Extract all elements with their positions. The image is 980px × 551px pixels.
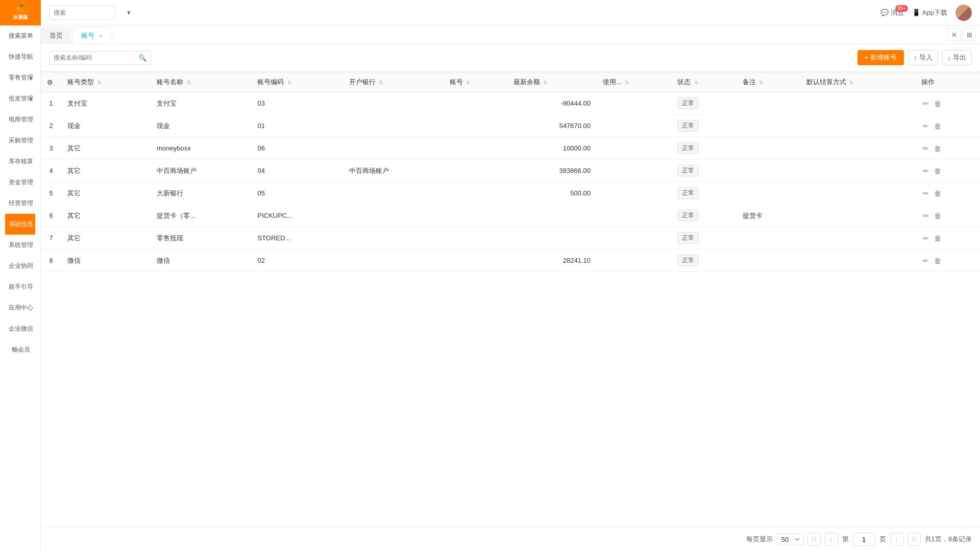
- cell-use: [597, 249, 671, 272]
- th-default-payment[interactable]: 默认结算方式 ⇅: [800, 72, 916, 92]
- cell-type: 支付宝: [61, 92, 151, 115]
- th-code[interactable]: 账号编码 ⇅: [251, 72, 342, 92]
- top-search-input[interactable]: [49, 6, 115, 20]
- sidebar-item-3[interactable]: 批发管理: [5, 88, 35, 109]
- sidebar-item-12[interactable]: 新手引导: [5, 277, 35, 297]
- sidebar-item-13[interactable]: 应用中心: [5, 297, 35, 318]
- edit-btn-5[interactable]: ✏: [921, 210, 930, 221]
- th-balance[interactable]: 最新余额 ⇅: [507, 72, 597, 92]
- tab-close-action[interactable]: ✕: [947, 28, 961, 41]
- cell-status: 正常: [671, 160, 737, 182]
- cell-remark: [737, 115, 800, 137]
- sidebar-item-7[interactable]: 资金管理: [5, 172, 35, 193]
- edit-btn-0[interactable]: ✏: [921, 98, 930, 109]
- cell-action: ✏ 🗑: [915, 115, 980, 137]
- sidebar-item-10[interactable]: 系统管理: [5, 235, 35, 256]
- page-input[interactable]: [853, 533, 875, 546]
- th-status[interactable]: 状态 ⇅: [671, 72, 737, 92]
- cell-balance: 28241.10: [507, 249, 597, 272]
- export-button[interactable]: ↓ 导出: [942, 50, 972, 65]
- cell-use: [597, 182, 671, 205]
- sidebar-item-15[interactable]: 畅会员: [5, 339, 35, 360]
- avatar[interactable]: [955, 5, 972, 21]
- cell-action: ✏ 🗑: [915, 160, 980, 182]
- message-btn[interactable]: 💬 消息 99+: [880, 8, 904, 17]
- edit-btn-1[interactable]: ✏: [921, 120, 930, 132]
- top-bar: ▾ 💬 消息 99+ 📱 App下载: [41, 0, 980, 26]
- cell-bank: [343, 182, 444, 205]
- delete-btn-2[interactable]: 🗑: [933, 143, 943, 154]
- cell-use: [597, 205, 671, 227]
- cell-bank: 中百商场账户: [343, 160, 444, 182]
- delete-btn-4[interactable]: 🗑: [933, 188, 943, 199]
- cell-code: 01: [251, 115, 342, 137]
- delete-btn-1[interactable]: 🗑: [933, 120, 943, 132]
- delete-btn-3[interactable]: 🗑: [933, 165, 943, 177]
- sidebar-item-0[interactable]: 搜索菜单: [5, 26, 35, 46]
- table-row: 8 微信 微信 02 28241.10 正常 ✏ 🗑: [41, 249, 980, 272]
- app-download-btn[interactable]: 📱 App下载: [912, 8, 947, 17]
- cell-remark: [737, 137, 800, 160]
- sidebar-item-8[interactable]: 经营管理: [5, 193, 35, 214]
- sidebar-item-2[interactable]: 零售管理: [5, 67, 35, 88]
- th-type[interactable]: 账号类型 ⇅: [61, 72, 151, 92]
- th-bank[interactable]: 开户银行 ⇅: [343, 72, 444, 92]
- cell-status: 正常: [671, 227, 737, 249]
- tab-home[interactable]: 首页: [41, 27, 71, 43]
- cell-account: [444, 115, 507, 137]
- delete-btn-7[interactable]: 🗑: [933, 255, 943, 266]
- edit-btn-7[interactable]: ✏: [921, 255, 930, 266]
- per-page-select[interactable]: 50 20 100: [777, 534, 803, 545]
- cell-no: 3: [41, 137, 61, 160]
- content-area: 🔍 + 新增账号 ↑ 导入 ↓ 导出 ⚙: [41, 44, 980, 551]
- cell-bank: [343, 205, 444, 227]
- page-last-btn[interactable]: ⟩⟩: [908, 533, 921, 546]
- edit-btn-3[interactable]: ✏: [921, 165, 930, 177]
- th-account[interactable]: 账号 ⇅: [444, 72, 507, 92]
- cell-name: 现金: [151, 115, 251, 137]
- cell-action: ✏ 🗑: [915, 137, 980, 160]
- page-first-btn[interactable]: ⟨⟨: [807, 533, 821, 546]
- th-settings[interactable]: ⚙: [41, 72, 61, 92]
- phone-icon: 📱: [912, 9, 920, 16]
- cell-bank: [343, 227, 444, 249]
- tab-close-btn[interactable]: ×: [97, 32, 104, 39]
- export-icon: ↓: [948, 54, 951, 62]
- cell-action: ✏ 🗑: [915, 205, 980, 227]
- page-suffix: 页: [879, 535, 886, 544]
- import-button[interactable]: ↑ 导入: [908, 50, 938, 65]
- delete-btn-6[interactable]: 🗑: [933, 233, 943, 244]
- sidebar-item-9[interactable]: 基础信息: [5, 214, 35, 235]
- add-account-button[interactable]: + 新增账号: [857, 50, 904, 65]
- th-use[interactable]: 使用... ⇅: [597, 72, 671, 92]
- cell-action: ✏ 🗑: [915, 92, 980, 115]
- main-area: ▾ 💬 消息 99+ 📱 App下载 首页 账号 × ✕ ⊞: [41, 0, 980, 551]
- sidebar-item-11[interactable]: 企业协同: [5, 256, 35, 277]
- tab-expand-action[interactable]: ⊞: [963, 28, 976, 41]
- edit-btn-6[interactable]: ✏: [921, 233, 930, 244]
- edit-btn-4[interactable]: ✏: [921, 188, 930, 199]
- app-download-label: App下载: [922, 8, 947, 17]
- cell-remark: 提货卡: [737, 205, 800, 227]
- sidebar-item-5[interactable]: 采购管理: [5, 130, 35, 151]
- delete-btn-0[interactable]: 🗑: [933, 98, 943, 109]
- sidebar-item-6[interactable]: 库存核算: [5, 151, 35, 172]
- app-logo: 🍊 乐酒版: [0, 0, 41, 26]
- page-next-btn[interactable]: ⟩: [890, 533, 903, 546]
- tab-account[interactable]: 账号 ×: [72, 27, 112, 43]
- cell-action: ✏ 🗑: [915, 182, 980, 205]
- dropdown-btn[interactable]: ▾: [121, 6, 136, 20]
- search-button[interactable]: 🔍: [134, 52, 151, 64]
- page-prev-btn[interactable]: ⟨: [825, 533, 838, 546]
- sidebar-item-14[interactable]: 企业微信: [5, 318, 35, 339]
- cell-default-payment: [800, 249, 916, 272]
- search-input[interactable]: [50, 52, 134, 64]
- sidebar-item-4[interactable]: 电商管理: [5, 109, 35, 130]
- delete-btn-5[interactable]: 🗑: [933, 210, 943, 221]
- sidebar-item-1[interactable]: 快捷导航: [5, 46, 35, 67]
- edit-btn-2[interactable]: ✏: [921, 143, 930, 154]
- cell-bank: [343, 115, 444, 137]
- th-remark[interactable]: 备注 ⇅: [737, 72, 800, 92]
- th-name[interactable]: 账号名称 ⇅: [151, 72, 251, 92]
- cell-no: 2: [41, 115, 61, 137]
